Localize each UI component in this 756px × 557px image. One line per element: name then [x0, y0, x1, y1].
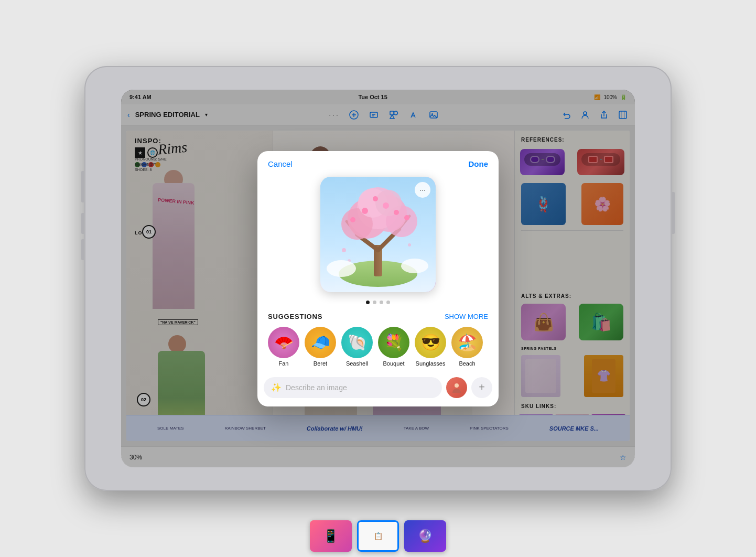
- suggestion-bouquet[interactable]: 💐 Bouquet: [378, 327, 409, 367]
- suggestions-header: SUGGESTIONS SHOW MORE: [268, 313, 488, 320]
- avatar-button[interactable]: [446, 377, 467, 398]
- ipad-device: 9:41 AM Tue Oct 15 📶 100% 🔋 ‹ SPRING EDI…: [84, 66, 672, 491]
- add-button[interactable]: +: [471, 377, 492, 398]
- svg-point-25: [394, 210, 399, 215]
- screen-bezel: 9:41 AM Tue Oct 15 📶 100% 🔋 ‹ SPRING EDI…: [121, 90, 635, 467]
- dot-1[interactable]: [366, 301, 370, 304]
- bouquet-label: Bouquet: [383, 360, 405, 367]
- carousel-container: ···: [320, 177, 436, 292]
- input-bar: ✨ Describe an image +: [257, 373, 499, 406]
- thumbnail-3[interactable]: 🔮: [404, 520, 446, 552]
- describe-input-field[interactable]: ✨ Describe an image: [264, 377, 442, 398]
- suggestions-title: SUGGESTIONS: [268, 313, 322, 320]
- mute-button[interactable]: [81, 239, 84, 260]
- svg-point-33: [455, 383, 459, 388]
- volume-down-button[interactable]: [81, 213, 84, 234]
- beach-label: Beach: [459, 360, 475, 367]
- image-carousel: ···: [257, 173, 499, 301]
- seashell-label: Seashell: [346, 360, 368, 367]
- seashell-circle: 🐚: [341, 327, 373, 358]
- svg-point-31: [327, 260, 356, 277]
- svg-point-26: [350, 217, 355, 222]
- beret-circle: 🧢: [305, 327, 336, 358]
- image-picker-modal: Cancel Done: [257, 151, 499, 406]
- dot-4[interactable]: [386, 301, 390, 304]
- modal-overlay: Cancel Done: [121, 90, 635, 467]
- describe-placeholder: Describe an image: [286, 383, 347, 392]
- dot-2[interactable]: [373, 301, 376, 304]
- more-options-button[interactable]: ···: [415, 182, 430, 198]
- svg-point-27: [404, 215, 409, 220]
- carousel-dots: [257, 301, 499, 304]
- svg-point-24: [383, 202, 389, 209]
- modal-header: Cancel Done: [257, 151, 499, 173]
- suggestion-beach[interactable]: 🏖️ Beach: [451, 327, 483, 367]
- svg-point-29: [408, 243, 411, 247]
- show-more-button[interactable]: SHOW MORE: [445, 313, 488, 320]
- dot-3[interactable]: [380, 301, 383, 304]
- cancel-button[interactable]: Cancel: [268, 159, 293, 168]
- suggestion-sunglasses[interactable]: 😎 Sunglasses: [415, 327, 446, 367]
- svg-point-22: [362, 208, 368, 214]
- thumbnail-2-active[interactable]: 📋: [357, 520, 399, 552]
- svg-point-23: [373, 196, 378, 201]
- suggestion-fan[interactable]: 🪭 Fan: [268, 327, 299, 367]
- svg-point-32: [401, 259, 428, 273]
- wand-icon: ✨: [271, 382, 282, 392]
- suggestion-seashell[interactable]: 🐚 Seashell: [341, 327, 373, 367]
- fan-label: Fan: [279, 360, 289, 367]
- sunglasses-label: Sunglasses: [416, 360, 446, 367]
- svg-point-28: [342, 248, 346, 252]
- app-screen: 9:41 AM Tue Oct 15 📶 100% 🔋 ‹ SPRING EDI…: [121, 90, 635, 467]
- bouquet-circle: 💐: [378, 327, 409, 358]
- suggestion-beret[interactable]: 🧢 Beret: [305, 327, 336, 367]
- fan-circle: 🪭: [268, 327, 299, 358]
- suggestions-grid: 🪭 Fan 🧢 Beret 🐚 Seashell: [268, 327, 488, 367]
- sunglasses-circle: 😎: [415, 327, 446, 358]
- beret-label: Beret: [314, 360, 327, 367]
- thumbnail-1[interactable]: 📱: [310, 520, 352, 552]
- done-button[interactable]: Done: [469, 159, 489, 168]
- power-button[interactable]: [672, 192, 675, 234]
- bottom-thumbnails: 📱 📋 🔮: [310, 520, 446, 552]
- volume-up-button[interactable]: [81, 171, 84, 202]
- suggestions-section: SUGGESTIONS SHOW MORE 🪭 Fan 🧢: [257, 313, 499, 373]
- beach-circle: 🏖️: [451, 327, 483, 358]
